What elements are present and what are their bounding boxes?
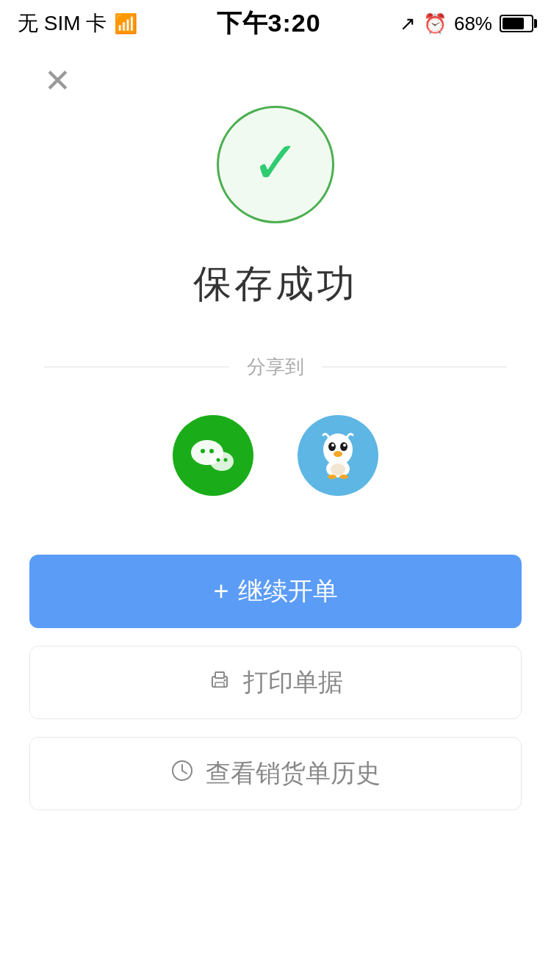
action-buttons-container: + 继续开单 打印单据 bbox=[0, 555, 551, 810]
svg-point-4 bbox=[217, 458, 220, 462]
main-content: ✓ 保存成功 分享到 bbox=[0, 47, 551, 810]
share-label: 分享到 bbox=[229, 354, 322, 380]
qq-icon bbox=[316, 430, 360, 480]
success-circle: ✓ bbox=[217, 106, 334, 223]
plus-icon: + bbox=[213, 576, 228, 607]
status-time: 下午3:20 bbox=[217, 7, 321, 40]
wechat-share-button[interactable] bbox=[173, 415, 253, 496]
battery-icon bbox=[500, 15, 533, 32]
status-right: ↗ ⏰ 68% bbox=[400, 12, 533, 35]
qq-share-button[interactable] bbox=[298, 415, 378, 496]
history-label: 查看销货单历史 bbox=[206, 757, 381, 790]
share-icons-container bbox=[173, 415, 378, 496]
divider-line-right bbox=[322, 367, 507, 367]
svg-point-8 bbox=[340, 442, 347, 451]
svg-point-13 bbox=[331, 464, 345, 475]
svg-point-1 bbox=[210, 452, 234, 471]
clock-icon bbox=[170, 759, 194, 788]
svg-point-7 bbox=[328, 442, 336, 451]
alarm-icon: ⏰ bbox=[423, 12, 447, 35]
close-icon: ✕ bbox=[44, 65, 71, 97]
continue-button[interactable]: + 继续开单 bbox=[29, 555, 522, 628]
print-label: 打印单据 bbox=[243, 666, 343, 699]
svg-point-3 bbox=[209, 449, 214, 453]
divider-line-left bbox=[44, 367, 229, 367]
svg-point-14 bbox=[328, 475, 336, 479]
status-left: 无 SIM 卡 📶 bbox=[18, 10, 137, 37]
svg-rect-18 bbox=[215, 682, 224, 687]
location-icon: ↗ bbox=[400, 12, 416, 35]
printer-icon bbox=[208, 668, 231, 697]
svg-point-10 bbox=[343, 444, 346, 447]
no-sim-text: 无 SIM 卡 bbox=[18, 10, 107, 37]
status-bar: 无 SIM 卡 📶 下午3:20 ↗ ⏰ 68% bbox=[0, 0, 551, 47]
svg-point-2 bbox=[201, 449, 205, 453]
share-divider: 分享到 bbox=[0, 354, 551, 380]
svg-line-22 bbox=[182, 771, 187, 774]
history-button[interactable]: 查看销货单历史 bbox=[29, 737, 522, 810]
wechat-icon bbox=[188, 430, 238, 480]
wifi-icon: 📶 bbox=[114, 12, 137, 35]
svg-rect-17 bbox=[215, 672, 224, 678]
svg-point-11 bbox=[334, 451, 342, 457]
close-button[interactable]: ✕ bbox=[35, 59, 79, 103]
print-button[interactable]: 打印单据 bbox=[29, 646, 522, 719]
svg-point-9 bbox=[331, 444, 334, 447]
svg-point-15 bbox=[339, 475, 348, 479]
continue-label: 继续开单 bbox=[238, 574, 338, 608]
svg-point-5 bbox=[224, 458, 228, 462]
svg-point-19 bbox=[224, 680, 226, 682]
success-title: 保存成功 bbox=[193, 259, 358, 310]
checkmark-icon: ✓ bbox=[251, 134, 300, 192]
battery-percent: 68% bbox=[454, 12, 492, 35]
